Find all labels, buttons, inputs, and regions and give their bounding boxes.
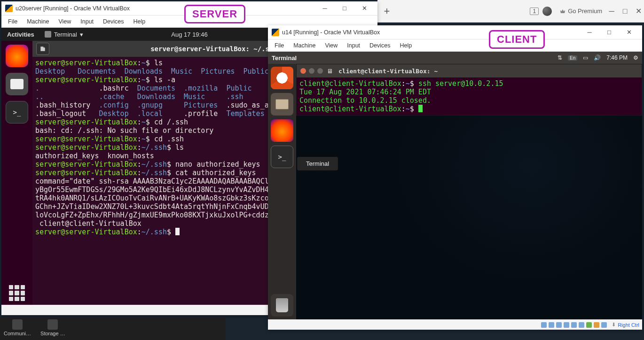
launcher-tooltip: Terminal [297, 157, 338, 170]
dock-terminal-icon[interactable]: >_ [6, 101, 28, 124]
battery-icon[interactable]: ▭ [583, 54, 588, 61]
menu-view[interactable]: View [55, 17, 75, 26]
gnome-app-menu[interactable]: Terminal ▾ [40, 31, 88, 38]
network-icon[interactable]: ⇅ [558, 54, 562, 61]
server-maximize-button[interactable]: □ [335, 2, 354, 15]
client-terminal-title: client@client-VirtualBox: ~ [338, 68, 438, 75]
terminal-icon [45, 31, 51, 38]
annotation-client-label: CLIENT [489, 30, 545, 49]
client-maximize-button[interactable]: □ [600, 26, 619, 39]
client-terminal-headerbar[interactable]: 🖥 client@client-VirtualBox: ~ [297, 64, 642, 77]
host-maximize-button[interactable]: □ [620, 7, 631, 15]
client-terminal-output[interactable]: client@client-VirtualBox:~$ ssh server@1… [297, 77, 642, 115]
terminal-new-tab-button[interactable] [36, 43, 49, 55]
status-hdd-icon [541, 322, 547, 328]
status-network-icon [556, 322, 562, 328]
status-display-icon [579, 322, 584, 328]
client-vm-window: u14 [Running] - Oracle VM VirtualBox ─ □… [268, 25, 642, 330]
unity-panel: Terminal ⇅ En ▭ 🔊 7:46 PM ⚙ [268, 52, 642, 64]
host-taskbar-fragment: Communi… Storage … [0, 317, 226, 340]
client-terminal[interactable]: 🖥 client@client-VirtualBox: ~ client@cli… [296, 64, 642, 116]
status-mouse-icon [601, 322, 607, 328]
unity-panel-title: Terminal [272, 54, 297, 62]
dock-files-icon[interactable] [6, 73, 28, 95]
keyboard-layout-indicator[interactable]: En [568, 55, 577, 61]
chevron-down-icon: ▾ [80, 31, 83, 38]
server-terminal-cursor [175, 228, 180, 235]
launcher-terminal-icon[interactable]: >_ [271, 146, 293, 168]
menu-help[interactable]: Help [396, 41, 416, 50]
gnome-app-menu-label: Terminal [54, 31, 77, 38]
volume-icon[interactable]: 🔊 [594, 54, 601, 61]
menu-devices[interactable]: Devices [366, 41, 394, 50]
taskbar-item[interactable]: Communi… [4, 319, 31, 336]
panel-clock[interactable]: 7:46 PM [606, 54, 628, 61]
gnome-dock: >_ [1, 41, 32, 305]
launcher-firefox-icon[interactable] [271, 119, 293, 142]
minimize-icon[interactable] [309, 68, 314, 74]
host-browser-topbar: + 1 Go Premium ─ □ ✕ [377, 0, 644, 23]
gear-icon[interactable]: ⚙ [633, 54, 638, 61]
server-close-button[interactable]: ✕ [355, 2, 374, 15]
client-menubar: File Machine View Input Devices Help [268, 39, 642, 52]
annotation-server-label: SERVER [184, 5, 245, 23]
client-close-button[interactable]: ✕ [620, 26, 638, 39]
status-usb-icon [564, 322, 569, 328]
menu-help[interactable]: Help [130, 17, 149, 26]
server-window-title: u20server [Running] - Oracle VM VirtualB… [16, 5, 315, 12]
client-titlebar[interactable]: u14 [Running] - Oracle VM VirtualBox ─ □… [268, 25, 642, 39]
menu-input[interactable]: Input [343, 41, 364, 50]
status-cd-icon [549, 322, 554, 328]
status-shared-icon [571, 322, 577, 328]
virtualbox-icon [272, 29, 279, 36]
terminal-app-icon: 🖥 [327, 68, 333, 75]
menu-file[interactable]: File [4, 17, 21, 26]
client-host-key-indicator: ⬇Right Ctrl [612, 322, 639, 328]
client-terminal-cursor [418, 105, 423, 112]
menu-machine[interactable]: Machine [23, 17, 53, 26]
virtualbox-icon [5, 5, 13, 12]
profile-avatar[interactable] [542, 7, 552, 16]
status-recording-icon [586, 322, 592, 328]
menu-input[interactable]: Input [77, 17, 97, 26]
dock-show-apps-icon[interactable] [9, 285, 25, 301]
tab-count-indicator[interactable]: 1 [530, 8, 539, 15]
host-close-button[interactable]: ✕ [633, 7, 644, 15]
maximize-icon[interactable] [317, 68, 323, 74]
menu-file[interactable]: File [271, 41, 288, 50]
menu-view[interactable]: View [321, 41, 341, 50]
client-minimize-button[interactable]: ─ [580, 26, 599, 39]
client-guest-screen: Terminal ⇅ En ▭ 🔊 7:46 PM ⚙ >_ Terminal [268, 52, 642, 319]
crown-icon [559, 8, 566, 15]
launcher-files-icon[interactable] [271, 93, 293, 116]
launcher-trash-icon[interactable] [271, 294, 293, 317]
gnome-activities[interactable]: Activities [1, 31, 40, 38]
client-statusbar: ⬇Right Ctrl [268, 319, 642, 330]
menu-devices[interactable]: Devices [99, 17, 127, 26]
window-traffic-lights [300, 68, 323, 74]
new-tab-icon [39, 46, 46, 52]
status-audio-icon [594, 322, 599, 328]
host-window-controls: ─ □ ✕ [606, 7, 644, 15]
menu-machine[interactable]: Machine [290, 41, 319, 50]
taskbar-item[interactable]: Storage … [40, 319, 65, 336]
dock-firefox-icon[interactable] [6, 45, 28, 67]
close-icon[interactable] [300, 68, 306, 74]
go-premium-button[interactable]: Go Premium [556, 8, 606, 15]
gnome-clock[interactable]: Aug 17 19:46 [171, 31, 207, 38]
unity-launcher: >_ Terminal [268, 64, 296, 319]
new-tab-button[interactable]: + [377, 2, 396, 21]
server-minimize-button[interactable]: ─ [315, 2, 334, 15]
launcher-dash-icon[interactable] [271, 67, 293, 89]
host-minimize-button[interactable]: ─ [606, 7, 617, 15]
